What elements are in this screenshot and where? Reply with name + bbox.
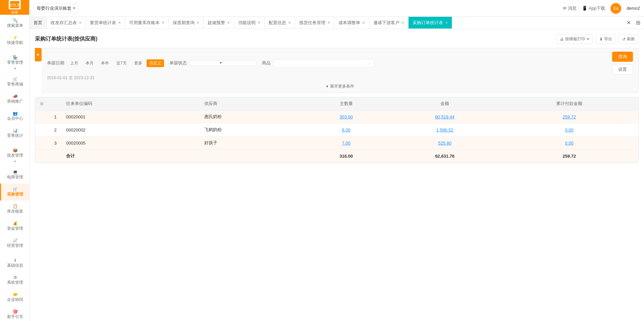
date-filter-label: 单据日期 xyxy=(47,60,64,66)
sidebar-item-quick[interactable]: ⚡ 快捷导航 xyxy=(0,32,29,49)
tab-close-yaohuodantongji[interactable]: ✕ xyxy=(118,21,121,24)
date-custom-badge[interactable]: 自定义 xyxy=(147,59,164,67)
more-icon[interactable]: ··· xyxy=(367,61,371,66)
tab-close-shoufahuihui[interactable]: ✕ xyxy=(79,21,82,24)
tab-close-peizhi[interactable]: ✕ xyxy=(288,21,291,24)
amount-link[interactable]: 1,586.52 xyxy=(436,127,453,132)
date-shortcut-last-month[interactable]: 上月 xyxy=(67,59,81,67)
tab-close-yaoqing[interactable]: ✕ xyxy=(401,21,404,24)
table-header-row: ⚙ 往来单位编码 供应商 主数量 金额 xyxy=(35,97,638,110)
app-download-btn[interactable]: 📱 App下载 xyxy=(582,5,605,11)
tab-shoufahuihui[interactable]: 收发存汇总表 ✕ xyxy=(47,17,86,29)
date-range-sep: 至 xyxy=(69,75,74,80)
tab-baozhi[interactable]: 保质期查询 ✕ xyxy=(169,17,204,29)
table-footer-row: 合计 316.00 62,631.76 259.72 xyxy=(35,150,638,163)
tab-chaochuyujing[interactable]: 超储预警 ✕ xyxy=(204,17,234,29)
sidebar-item-ecom[interactable]: 💻 电商管理 xyxy=(0,166,29,183)
tab-chengben[interactable]: 成本调整单 ✕ xyxy=(334,17,369,29)
template-print-btn[interactable]: 🖨 按模板打印 xyxy=(556,34,593,44)
qty-link[interactable]: 303.00 xyxy=(339,114,353,119)
tab-expand-btn[interactable]: ⊞ xyxy=(633,18,643,28)
goods-input[interactable] xyxy=(276,61,367,66)
table-row[interactable]: 1 00020001 惠氏奶粉 303.00 60,519.44 259.72 xyxy=(35,110,638,123)
status-select[interactable] xyxy=(190,60,257,66)
system-icon: ⚙ xyxy=(2,275,28,280)
tab-close-zhuohuo[interactable]: ✕ xyxy=(327,21,330,24)
tab-close-baozhi[interactable]: ✕ xyxy=(197,21,199,24)
cell-supplier: 惠氏奶粉 xyxy=(200,110,303,123)
date-shortcut-this-month[interactable]: 本月 xyxy=(83,59,97,67)
settings-btn[interactable]: 设置 xyxy=(612,64,633,74)
tab-zhuohuo[interactable]: 拣货任务管理 ✕ xyxy=(295,17,334,29)
amount-link[interactable]: 60,519.44 xyxy=(435,114,454,119)
ecom-icon: 💻 xyxy=(2,170,28,174)
date-shortcut-more[interactable]: 更多 xyxy=(131,59,145,67)
refresh-btn[interactable]: ↺ 刷新 xyxy=(619,34,639,44)
tab-gongneng-label: 功能说明 xyxy=(238,20,256,26)
tab-yaohuodantongji[interactable]: 要货单统计表 ✕ xyxy=(86,17,125,29)
tab-caigoutongji[interactable]: 采购订单统计表 ✕ xyxy=(409,17,452,29)
amount-link[interactable]: 525.80 xyxy=(438,141,451,146)
sidebar-item-retailstat[interactable]: 📊 零售统计 xyxy=(0,125,29,142)
tab-yaoqing[interactable]: 邀请下游客户 ✕ xyxy=(369,17,409,29)
cell-rownum: 1 xyxy=(49,110,62,123)
date-shortcut-7days[interactable]: 近7天 xyxy=(113,59,130,67)
tab-close-all-btn[interactable]: ✕ xyxy=(624,18,633,28)
query-btn[interactable]: 查询 xyxy=(612,52,633,62)
paid-link[interactable]: 0.00 xyxy=(565,127,573,132)
col-settings: ⚙ xyxy=(35,97,49,110)
date-shortcut-this-year[interactable]: 本年 xyxy=(98,59,112,67)
user-avatar[interactable]: Ea xyxy=(610,3,621,14)
sidebar-item-member[interactable]: 👥 会员中心 xyxy=(0,108,29,125)
table-row[interactable]: 3 00020005 好孩子 7.00 525.80 0.00 xyxy=(35,137,638,150)
tab-home[interactable]: 首页 xyxy=(30,17,47,29)
cell-rownum: 2 xyxy=(49,123,62,137)
tab-yaoqing-label: 邀请下游客户 xyxy=(373,20,399,26)
col-code: 往来单位编码 xyxy=(62,97,200,110)
sidebar-item-newbie[interactable]: 🎯 新手引导 xyxy=(0,306,29,321)
sidebar-item-search[interactable]: 🔍 搜索菜单 xyxy=(0,15,29,32)
export-btn[interactable]: ⬇ 导出 xyxy=(596,34,616,44)
qty-link[interactable]: 6.00 xyxy=(342,127,351,132)
sidebar-item-system[interactable]: ⚙ 系统管理 xyxy=(0,272,29,289)
printer-icon: 🖨 xyxy=(560,37,564,42)
sidebar-item-finance[interactable]: 💰 资金管理 xyxy=(0,218,29,235)
expand-more-btn[interactable]: ▼ 展开更多条件 xyxy=(47,84,633,89)
filter-expand-btn[interactable] xyxy=(35,48,42,61)
settings-col-icon[interactable]: ⚙ xyxy=(40,101,44,106)
topbar-right: ✉ 消息 📱 App下载 Ea demo2 xyxy=(563,3,640,14)
sidebar-item-basic[interactable]: ℹ 基础信息 xyxy=(0,255,29,272)
sidebar-item-purchase[interactable]: 🛒 采购管理 xyxy=(0,183,29,201)
tab-close-chaochuyujing[interactable]: ✕ xyxy=(227,21,230,24)
quick-icon: ⚡ xyxy=(2,35,28,40)
tab-gongneng[interactable]: 功能说明 ✕ xyxy=(234,17,265,29)
sidebar-item-inventory[interactable]: 📋 库存核算 xyxy=(0,201,29,218)
page-content: 采购订单统计表(按供应商) 🖨 按模板打印 ⬇ 导出 ↺ 刷新 xyxy=(30,29,644,321)
sidebar-item-retail[interactable]: 🏪 零售管理 ▲ xyxy=(0,52,29,73)
table-row[interactable]: 2 00020002 飞鹤奶粉 6.00 1,586.52 0.00 xyxy=(35,123,638,137)
title-actions: 🖨 按模板打印 ⬇ 导出 ↺ 刷新 xyxy=(556,34,639,44)
tab-close-caigoutongji[interactable]: ✕ xyxy=(445,21,448,24)
app-logo[interactable]: 好生意 标题 xyxy=(0,0,29,15)
paid-link[interactable]: 0.00 xyxy=(565,141,573,146)
sidebar-item-corp[interactable]: 🤝 企业协同 xyxy=(0,289,29,306)
qty-link[interactable]: 7.00 xyxy=(342,141,351,146)
home-tab-label: 首页 xyxy=(34,20,42,26)
sidebar-item-wholesale[interactable]: 📦 批发管理 ▲ xyxy=(0,145,29,166)
account-dropdown[interactable]: 母婴行业演示账套 xyxy=(34,4,78,13)
tab-keyongliang[interactable]: 可用量库存账本 ✕ xyxy=(125,17,169,29)
sidebar-item-shop[interactable]: 🛒 零售商城 xyxy=(0,73,29,91)
goods-input-wrap: ··· xyxy=(273,59,374,67)
tab-close-keyongliang[interactable]: ✕ xyxy=(162,21,164,24)
cell-paid: 0.00 xyxy=(500,137,638,150)
message-btn[interactable]: ✉ 消息 xyxy=(563,5,577,11)
col-paid: 累计付款金额 xyxy=(500,97,638,110)
tab-close-gongneng[interactable]: ✕ xyxy=(258,21,260,24)
paid-link[interactable]: 259.72 xyxy=(562,114,576,119)
sidebar-item-biz[interactable]: 📈 经营管理 xyxy=(0,235,29,252)
tab-peizhi[interactable]: 配置信息 ✕ xyxy=(265,17,295,29)
col-supplier: 供应商 xyxy=(200,97,303,110)
sidebar-item-marketing[interactable]: 📣 营销推广 xyxy=(0,91,29,108)
cell-paid: 259.72 xyxy=(500,110,638,123)
tab-close-chengben[interactable]: ✕ xyxy=(362,21,365,24)
